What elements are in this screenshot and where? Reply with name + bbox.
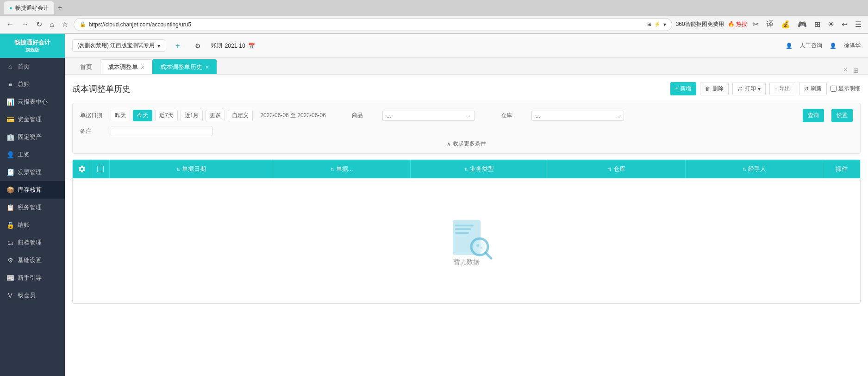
filter-settings-btn[interactable]: 设置	[831, 109, 853, 122]
tab-cost-adjust-close[interactable]: ×	[141, 63, 144, 71]
close-all-tabs-btn[interactable]: ×	[840, 66, 851, 74]
show-columns-checkbox-label[interactable]: 显示明细	[831, 85, 861, 93]
th-doc[interactable]: ⇅ 单据...	[273, 160, 411, 178]
date-btn-more[interactable]: 更多	[206, 110, 225, 121]
wallet-btn[interactable]: 💰	[779, 18, 792, 31]
th-settings[interactable]	[73, 160, 91, 178]
remark-filter-input[interactable]	[111, 126, 212, 136]
sidebar-item-label: 工资	[18, 150, 30, 159]
page-header: 成本调整单历史 + 新增 🗑 删除 🖨 打印 ▾ ↑ 导出	[72, 82, 861, 95]
delete-btn[interactable]: 🗑 删除	[700, 82, 729, 95]
reports-icon: 📊	[6, 98, 14, 106]
th-type-label: 业务类型	[470, 165, 494, 173]
browser-boost-icon[interactable]: ⚡	[654, 21, 661, 27]
company-selector[interactable]: (勿删勿禁用) 江西版宝测试专用 ▾	[72, 39, 165, 52]
th-type-sort-icon: ⇅	[464, 167, 468, 172]
date-btn-7days[interactable]: 近7天	[155, 110, 178, 121]
game-btn[interactable]: 🎮	[796, 18, 809, 31]
date-btn-yesterday[interactable]: 昨天	[111, 110, 130, 121]
collapse-arrow-icon: ∧	[447, 141, 451, 147]
table-container: ⇅ 单据日期 ⇅ 单据... ⇅ 业务类型 ⇅ 仓库	[72, 159, 861, 304]
tab-cost-adjust-history[interactable]: 成本调整单历史 ×	[152, 59, 217, 74]
header-checkbox[interactable]	[97, 166, 104, 172]
add-company-btn[interactable]: +	[171, 39, 184, 52]
svg-rect-2	[455, 228, 471, 230]
sidebar: 畅捷通好会计 旗舰版 ⌂ 首页 ≡ 总账 📊 云报表中心 💳 资金管理 🏢	[0, 34, 65, 376]
th-doc-label: 单据...	[336, 165, 353, 173]
product-filter-select[interactable]: ... ···	[382, 111, 475, 121]
scissors-btn[interactable]: ✂	[751, 18, 761, 31]
translate-btn[interactable]: 译	[764, 18, 775, 31]
browser-dropdown-icon[interactable]: ▾	[663, 21, 666, 28]
tab-cost-adjust-label: 成本调整单	[108, 63, 138, 71]
export-btn[interactable]: ↑ 导出	[769, 82, 795, 95]
sidebar-item-member[interactable]: V 畅会员	[0, 287, 65, 304]
tab-home[interactable]: 首页	[72, 59, 100, 74]
user-service-label[interactable]: 人工咨询	[800, 42, 822, 50]
tab-label: 畅捷通好会计	[15, 4, 49, 12]
search-btn[interactable]: 查询	[803, 109, 824, 122]
remark-filter-label: 备注	[80, 127, 103, 135]
sidebar-item-home[interactable]: ⌂ 首页	[0, 58, 65, 75]
sun-btn[interactable]: ☀	[826, 18, 836, 31]
company-dropdown-icon: ▾	[157, 43, 160, 49]
th-type[interactable]: ⇅ 业务类型	[411, 160, 548, 178]
sidebar-item-settings[interactable]: ⚙ 基础设置	[0, 251, 65, 269]
sidebar-item-salary[interactable]: 👤 工资	[0, 146, 65, 163]
sidebar-item-label: 总账	[18, 80, 30, 88]
undo-btn[interactable]: ↩	[840, 18, 849, 31]
date-btn-custom[interactable]: 自定义	[228, 110, 253, 121]
company-settings-icon[interactable]: ⚙	[190, 40, 206, 52]
product-filter-label: 商品	[352, 112, 375, 119]
new-tab-btn[interactable]: +	[56, 2, 64, 14]
sidebar-item-reports[interactable]: 📊 云报表中心	[0, 93, 65, 111]
sidebar-item-fixed-assets[interactable]: 🏢 固定资产	[0, 128, 65, 146]
sidebar-item-label: 归档管理	[18, 238, 42, 247]
tabs-more-btn[interactable]: ⊞	[851, 67, 861, 74]
sidebar-item-invoice[interactable]: 🧾 发票管理	[0, 163, 65, 181]
home-btn[interactable]: ⌂	[48, 19, 56, 31]
sidebar-item-archive[interactable]: 🗂 归档管理	[0, 234, 65, 251]
sidebar-item-inventory[interactable]: 📦 库存核算	[0, 181, 65, 199]
warehouse-filter-select[interactable]: ... ···	[531, 111, 624, 121]
date-btn-1month[interactable]: 近1月	[181, 110, 203, 121]
sidebar-item-funds[interactable]: 💳 资金管理	[0, 111, 65, 128]
close-period-icon: 🔒	[6, 221, 14, 229]
th-checkbox[interactable]	[91, 160, 110, 178]
user-name[interactable]: 徐泽华	[844, 42, 861, 50]
th-warehouse[interactable]: ⇅ 仓库	[548, 160, 686, 178]
warehouse-select-more-icon: ···	[615, 113, 620, 119]
browser-apps-icon[interactable]: ⊞	[647, 21, 651, 27]
hot-search-label: 🔥 热搜	[728, 20, 747, 28]
tab-cost-adjust[interactable]: 成本调整单 ×	[100, 59, 152, 74]
grid-btn[interactable]: ⊞	[812, 18, 822, 31]
th-warehouse-label: 仓库	[613, 165, 625, 173]
tab-bar: 首页 成本调整单 × 成本调整单历史 × × ⊞	[65, 58, 868, 75]
th-doc-sort-icon: ⇅	[331, 167, 334, 172]
th-date[interactable]: ⇅ 单据日期	[110, 160, 273, 178]
bookmark-btn[interactable]: ☆	[60, 18, 70, 31]
refresh-btn[interactable]: ↻	[34, 18, 44, 31]
sidebar-item-close[interactable]: 🔒 结账	[0, 216, 65, 234]
new-btn[interactable]: + 新增	[670, 82, 696, 95]
menu-btn[interactable]: ☰	[853, 18, 863, 31]
tab-history-close[interactable]: ×	[205, 63, 209, 71]
th-operator[interactable]: ⇅ 经手人	[686, 160, 823, 178]
refresh-icon: ↺	[804, 86, 809, 92]
collapse-btn[interactable]: ∧ 收起更多条件	[447, 140, 486, 148]
svg-rect-1	[455, 225, 474, 226]
date-btn-today[interactable]: 今天	[133, 110, 152, 121]
sidebar-item-ledger[interactable]: ≡ 总账	[0, 75, 65, 93]
sidebar-item-guide[interactable]: 📰 新手引导	[0, 269, 65, 287]
forward-btn[interactable]: →	[19, 19, 31, 31]
refresh-btn[interactable]: ↺ 刷新	[799, 82, 827, 95]
calendar-icon[interactable]: 📅	[248, 43, 255, 49]
browser-chrome: ● 畅捷通好会计 + ← → ↻ ⌂ ☆ 🔒 https://cloud.cha…	[0, 0, 868, 34]
browser-tab[interactable]: ● 畅捷通好会计	[4, 1, 54, 14]
print-btn[interactable]: 🖨 打印 ▾	[732, 82, 766, 95]
page-title: 成本调整单历史	[72, 83, 131, 94]
back-btn[interactable]: ←	[5, 19, 16, 31]
address-bar[interactable]: 🔒 https://cloud.chanjet.com/accounting/u…	[74, 18, 672, 31]
show-columns-checkbox[interactable]	[831, 86, 837, 92]
sidebar-item-tax[interactable]: 📋 税务管理	[0, 199, 65, 216]
